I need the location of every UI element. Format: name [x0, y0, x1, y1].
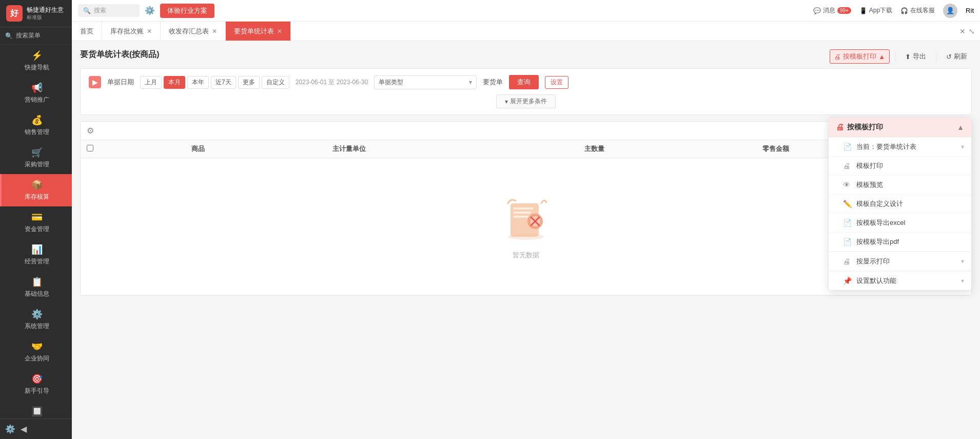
select-all-checkbox[interactable]	[87, 145, 93, 151]
export-label: 导出	[913, 52, 926, 61]
sidebar-item-marketing[interactable]: 📢 营销推广	[0, 77, 72, 109]
close-window-btn[interactable]: ✕	[959, 27, 966, 35]
order-type-select[interactable]: 单据类型 ▾	[374, 75, 477, 89]
sidebar: 好 畅捷通好生意 标准版 🔍 搜索菜单 ⚡ 快捷导航 📢 营销推广 💰 销售管理…	[0, 0, 72, 439]
tab-receivable-summary[interactable]: 收发存汇总表 ✕	[161, 22, 226, 41]
app-name: 畅捷通好生意	[27, 6, 64, 14]
tab-inventory-batch[interactable]: 库存批次账 ✕	[102, 22, 161, 41]
logo-text: 畅捷通好生意 标准版	[27, 6, 64, 22]
query-button[interactable]: 查询	[509, 75, 539, 89]
dropdown-display-print[interactable]: 🖨 按显示打印 ▾	[829, 252, 971, 271]
sidebar-item-label: 基础信息	[25, 290, 49, 298]
filter-more-row: ▾ 展开更多条件	[89, 94, 963, 108]
tab-close-inventory-batch[interactable]: ✕	[147, 28, 152, 35]
dropdown-collapse-icon[interactable]: ▲	[957, 123, 964, 131]
maximize-window-btn[interactable]: ⤡	[969, 27, 975, 35]
header-gear-icon[interactable]: ⚙️	[145, 6, 155, 15]
sidebar-item-app-center[interactable]: 🔲 应用中心	[0, 400, 72, 418]
dropdown-template-custom[interactable]: ✏️ 模板自定义设计	[829, 194, 971, 213]
sidebar-bottom: ⚙️ ◀	[0, 418, 72, 439]
tab-home-label: 首页	[80, 27, 93, 36]
export-pdf-label: 按模板导出pdf	[856, 237, 899, 246]
sidebar-item-basic[interactable]: 📋 基础信息	[0, 271, 72, 303]
col-checkbox	[81, 140, 185, 158]
sidebar-item-quick-nav[interactable]: ⚡ 快捷导航	[0, 45, 72, 77]
dropdown-template-print[interactable]: 🖨 模板打印	[829, 156, 971, 175]
date-btn-custom[interactable]: 自定义	[262, 76, 289, 89]
sidebar-item-cooperation[interactable]: 🤝 企业协同	[0, 336, 72, 368]
col-unit: 主计量单位	[326, 140, 578, 158]
page-toolbar: 🖨 按模板打印 ▲ ⬆ 导出 ↺ 刷新	[830, 49, 972, 64]
system-icon: ⚙️	[31, 309, 43, 320]
toolbar-divider-2	[936, 51, 936, 62]
tab-inventory-batch-label: 库存批次账	[110, 27, 144, 36]
print-template-btn[interactable]: 🖨 按模板打印 ▲	[830, 49, 890, 64]
tab-home[interactable]: 首页	[72, 22, 102, 41]
sidebar-item-purchase[interactable]: 🛒 采购管理	[0, 142, 72, 174]
svg-rect-4	[513, 216, 528, 218]
sidebar-item-system[interactable]: ⚙️ 系统管理	[0, 303, 72, 336]
tabs-right: ✕ ⤡	[954, 27, 980, 35]
sidebar-search[interactable]: 🔍 搜索菜单	[0, 27, 72, 45]
marketing-icon: 📢	[31, 82, 43, 93]
dropdown-export-excel[interactable]: 📄 按模板导出excel	[829, 213, 971, 232]
date-btn-this-month[interactable]: 本月	[164, 76, 185, 89]
sidebar-item-inventory[interactable]: 📦 库存核算	[0, 174, 72, 206]
settings-button[interactable]: 设置	[545, 76, 569, 89]
operations-icon: 📊	[31, 244, 43, 255]
header-search[interactable]: 🔍 搜索	[78, 4, 140, 17]
tab-order-stats[interactable]: 要货单统计表 ✕	[226, 22, 291, 41]
dropdown-current-template[interactable]: 📄 当前：要货单统计表 ▾	[829, 137, 971, 156]
filter-expand-btn[interactable]: ▶	[89, 76, 101, 88]
expand-more-btn[interactable]: ▾ 展开更多条件	[496, 94, 556, 108]
print-dropdown: 🖨 按模板打印 ▲ 📄 当前：要货单统计表 ▾ 🖨 模板打印 👁 模板预览 ✏️	[828, 117, 972, 291]
empty-text: 暂无数据	[513, 251, 539, 260]
app-download-item[interactable]: 📱 App下载	[859, 6, 892, 15]
sidebar-item-label: 销售管理	[25, 128, 49, 137]
dropdown-header: 🖨 按模板打印 ▲	[829, 118, 971, 137]
date-btn-last-month[interactable]: 上月	[140, 76, 162, 89]
user-avatar[interactable]: 👤	[943, 4, 957, 18]
sidebar-logo: 好 畅捷通好生意 标准版	[0, 0, 72, 27]
date-btn-this-year[interactable]: 本年	[187, 76, 209, 89]
sidebar-item-sales[interactable]: 💰 销售管理	[0, 109, 72, 142]
sidebar-item-label: 系统管理	[25, 322, 49, 331]
date-label: 单据日期	[107, 78, 134, 87]
inventory-icon: 📦	[31, 179, 43, 190]
select-arrow-icon: ▾	[469, 79, 472, 86]
sidebar-item-operations[interactable]: 📊 经营管理	[0, 239, 72, 271]
set-default-icon: 📌	[843, 277, 852, 285]
header-search-icon: 🔍	[83, 7, 91, 14]
logo-icon: 好	[6, 5, 23, 22]
basic-icon: 📋	[31, 276, 43, 288]
customer-service-item[interactable]: 🎧 在线客服	[900, 6, 935, 15]
template-preview-icon: 👁	[843, 181, 852, 189]
sidebar-nav: ⚡ 快捷导航 📢 营销推广 💰 销售管理 🛒 采购管理 📦 库存核算 💳 资金管…	[0, 45, 72, 418]
export-btn[interactable]: ⬆ 导出	[900, 49, 931, 64]
dropdown-export-pdf[interactable]: 📄 按模板导出pdf	[829, 232, 971, 251]
header-right: 💬 消息 99+ 📱 App下载 🎧 在线客服 👤 Rit	[813, 4, 974, 18]
table-settings-icon[interactable]: ⚙	[87, 126, 94, 136]
tab-close-receivable[interactable]: ✕	[212, 28, 217, 35]
collapse-icon[interactable]: ◀	[21, 424, 27, 434]
date-btn-7days[interactable]: 近7天	[211, 76, 236, 89]
empty-icon	[500, 193, 552, 244]
sidebar-item-label: 库存核算	[25, 193, 49, 201]
required-goods-label: 要货单	[483, 78, 503, 87]
dropdown-header-left: 🖨 按模板打印	[836, 123, 883, 132]
tab-close-order-stats[interactable]: ✕	[277, 28, 282, 35]
sidebar-item-finance[interactable]: 💳 资金管理	[0, 206, 72, 239]
display-print-left: 🖨 按显示打印	[843, 257, 890, 266]
trial-button[interactable]: 体验行业方案	[160, 4, 214, 18]
search-label: 搜索菜单	[16, 31, 41, 40]
dropdown-template-preview[interactable]: 👁 模板预览	[829, 175, 971, 194]
refresh-btn[interactable]: ↺ 刷新	[942, 49, 972, 64]
date-buttons: 上月 本月 本年 近7天 更多 自定义	[140, 76, 289, 89]
sidebar-item-newbie[interactable]: 🎯 新手引导	[0, 368, 72, 400]
dropdown-set-default[interactable]: 📌 设置默认功能 ▾	[829, 271, 971, 290]
svg-rect-2	[513, 207, 534, 209]
settings-bottom-icon[interactable]: ⚙️	[5, 424, 15, 434]
message-item[interactable]: 💬 消息 99+	[813, 6, 851, 15]
dropdown-section-display: 🖨 按显示打印 ▾	[829, 251, 971, 271]
date-btn-more[interactable]: 更多	[238, 76, 260, 89]
